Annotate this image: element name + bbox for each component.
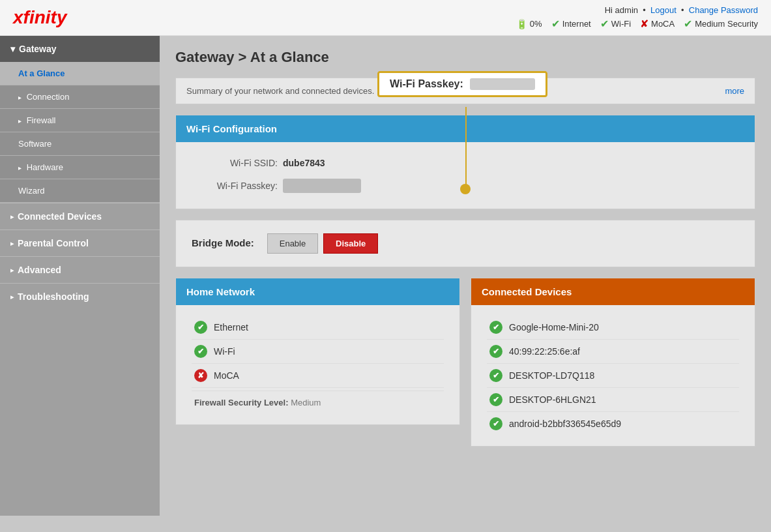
moca-home-label: MoCA (214, 370, 239, 381)
home-network-panel: Home Network ✔ Ethernet ✔ Wi-Fi ✘ MoCA (175, 278, 460, 457)
more-link[interactable]: more (725, 86, 744, 96)
moca-label: MoCA (651, 19, 675, 29)
home-network-body: ✔ Ethernet ✔ Wi-Fi ✘ MoCA Firewall Sec (176, 305, 459, 424)
firewall-security-value: Medium (291, 398, 321, 407)
ssid-value: dube7843 (283, 158, 325, 168)
device-2-label: DESKTOP-LD7Q118 (509, 370, 594, 381)
home-network-section: Home Network ✔ Ethernet ✔ Wi-Fi ✘ MoCA (175, 278, 460, 425)
bridge-mode-label: Bridge Mode: (192, 237, 254, 248)
device-0-label: Google-Home-Mini-20 (509, 322, 599, 332)
sidebar-at-a-glance[interactable]: At a Glance (0, 62, 160, 85)
sidebar-hardware[interactable]: ▸ Hardware (0, 156, 160, 179)
sidebar-advanced[interactable]: ▸ Advanced (0, 256, 160, 283)
ssid-label: Wi-Fi SSID: (192, 158, 283, 168)
battery-percent: 0% (530, 19, 542, 29)
connected-devices-panel: Connected Devices ✔ Google-Home-Mini-20 … (471, 278, 755, 457)
arrow-right-icon4: ▸ (10, 213, 14, 220)
device-item-1: ✔ 40:99:22:25:6e:af (487, 340, 739, 364)
sidebar: ▾ Gateway At a Glance ▸ Connection ▸ Fir… (0, 36, 160, 516)
battery-status: 🔋 0% (516, 19, 542, 29)
bottom-panels: Home Network ✔ Ethernet ✔ Wi-Fi ✘ MoCA (175, 278, 755, 457)
wifi-item: ✔ Wi-Fi (192, 340, 444, 364)
logo-text: xfinity (13, 7, 66, 27)
wifi-check-icon: ✔ (600, 18, 609, 30)
moca-home-x-icon: ✘ (194, 369, 207, 382)
security-status: ✔ Medium Security (684, 18, 758, 30)
connected-devices-sidebar-label: Connected Devices (18, 211, 102, 222)
ethernet-check-icon: ✔ (194, 321, 207, 334)
disable-button[interactable]: Disable (323, 233, 378, 254)
header: xfinity Hi admin • Logout • Change Passw… (0, 0, 771, 36)
wifi-label: Wi-Fi (611, 19, 631, 29)
device-4-check-icon: ✔ (489, 417, 502, 430)
internet-check-icon: ✔ (551, 18, 560, 30)
battery-icon: 🔋 (516, 19, 527, 29)
sidebar-troubleshooting[interactable]: ▸ Troubleshooting (0, 283, 160, 310)
arrow-down-icon: ▾ (10, 44, 15, 54)
moca-item: ✘ MoCA (192, 364, 444, 388)
enable-button[interactable]: Enable (267, 233, 318, 254)
sidebar-firewall[interactable]: ▸ Firewall (0, 109, 160, 132)
arrow-right-icon7: ▸ (10, 293, 14, 301)
connection-label: Connection (27, 92, 70, 102)
hardware-label: Hardware (27, 162, 63, 172)
advanced-label: Advanced (18, 265, 61, 275)
wifi-status: ✔ Wi-Fi (600, 18, 631, 30)
summary-text: Summary of your network and connected de… (186, 86, 374, 96)
sidebar-connection[interactable]: ▸ Connection (0, 85, 160, 109)
header-user: Hi admin • Logout • Change Password (605, 5, 758, 15)
arrow-right-icon3: ▸ (18, 164, 22, 171)
firewall-security-row: Firewall Security Level: Medium (192, 391, 444, 414)
bridge-mode-section: Bridge Mode: Enable Disable (175, 220, 755, 267)
user-greeting: Hi admin (605, 5, 638, 15)
ethernet-label: Ethernet (214, 322, 248, 332)
troubleshooting-label: Troubleshooting (18, 291, 89, 302)
connected-devices-body: ✔ Google-Home-Mini-20 ✔ 40:99:22:25:6e:a… (471, 305, 755, 446)
device-3-label: DESKTOP-6HLGN21 (509, 394, 596, 405)
arrow-right-icon2: ▸ (18, 117, 22, 125)
security-label: Medium Security (695, 19, 758, 29)
passkey-label: Wi-Fi Passkey: (192, 181, 283, 191)
logo: xfinity (13, 7, 66, 28)
page-title: Gateway > At a Glance (175, 49, 755, 66)
device-4-label: android-b2bbf336545e65d9 (509, 419, 621, 429)
software-label: Software (18, 139, 51, 149)
device-item-3: ✔ DESKTOP-6HLGN21 (487, 388, 739, 412)
device-2-check-icon: ✔ (489, 369, 502, 382)
change-password-link[interactable]: Change Password (689, 5, 758, 15)
tooltip-label: Wi-Fi Passkey: (390, 78, 463, 90)
wifi-home-label: Wi-Fi (214, 346, 235, 357)
logout-link[interactable]: Logout (650, 5, 676, 15)
arrow-right-icon5: ▸ (10, 240, 14, 247)
at-a-glance-label: At a Glance (18, 68, 65, 78)
device-item-4: ✔ android-b2bbf336545e65d9 (487, 412, 739, 436)
internet-status: ✔ Internet (551, 18, 591, 30)
tooltip-dot (460, 184, 471, 194)
sidebar-parental-control[interactable]: ▸ Parental Control (0, 229, 160, 256)
wizard-label: Wizard (18, 186, 44, 196)
device-1-check-icon: ✔ (489, 345, 502, 358)
device-item-0: ✔ Google-Home-Mini-20 (487, 316, 739, 340)
header-right: Hi admin • Logout • Change Password 🔋 0%… (516, 5, 758, 30)
device-1-label: 40:99:22:25:6e:af (509, 346, 580, 357)
ethernet-item: ✔ Ethernet (192, 316, 444, 340)
wifi-passkey-tooltip: Wi-Fi Passkey: (377, 71, 547, 97)
firewall-security-label: Firewall Security Level: (194, 398, 289, 407)
arrow-right-icon6: ▸ (10, 267, 14, 274)
security-check-icon: ✔ (684, 18, 692, 30)
gateway-label: Gateway (19, 44, 57, 54)
wifi-home-check-icon: ✔ (194, 345, 207, 358)
sidebar-software[interactable]: Software (0, 132, 160, 156)
main-layout: ▾ Gateway At a Glance ▸ Connection ▸ Fir… (0, 36, 771, 516)
device-3-check-icon: ✔ (489, 393, 502, 406)
sidebar-connected-devices[interactable]: ▸ Connected Devices (0, 203, 160, 229)
sidebar-gateway[interactable]: ▾ Gateway (0, 36, 160, 62)
parental-control-label: Parental Control (18, 238, 89, 248)
tooltip-line (465, 107, 467, 185)
internet-label: Internet (562, 19, 591, 29)
arrow-right-icon: ▸ (18, 94, 22, 101)
sidebar-wizard[interactable]: Wizard (0, 179, 160, 203)
device-item-2: ✔ DESKTOP-LD7Q118 (487, 364, 739, 388)
firewall-label: Firewall (27, 115, 56, 125)
device-0-check-icon: ✔ (489, 321, 502, 334)
